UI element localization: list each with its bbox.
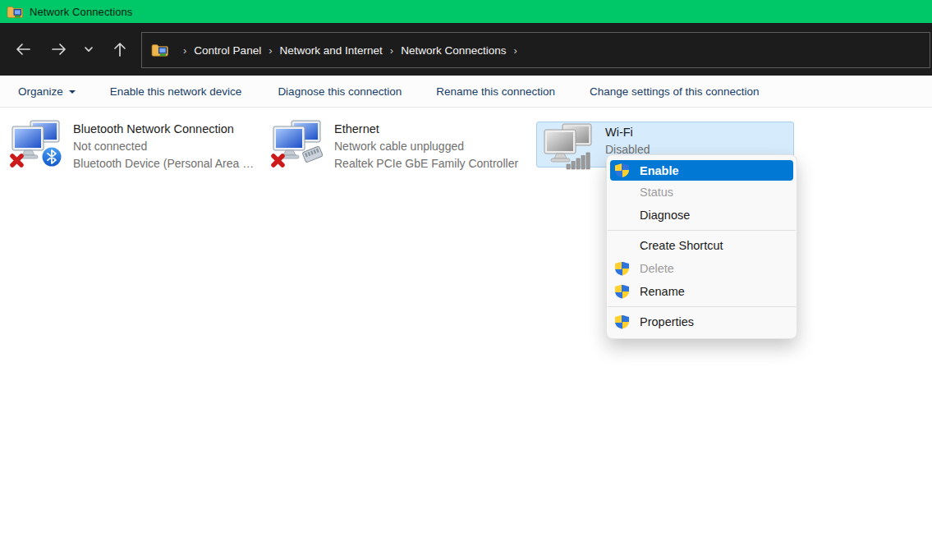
- navigation-bar: › Control Panel › Network and Internet ›…: [0, 23, 932, 76]
- window-title: Network Connections: [30, 6, 132, 18]
- connection-info: Bluetooth Network Connection Not connect…: [73, 120, 254, 172]
- menu-item-create-shortcut[interactable]: Create Shortcut: [610, 234, 793, 257]
- breadcrumb-network-and-internet[interactable]: Network and Internet: [280, 44, 383, 57]
- uac-shield-icon: [615, 285, 640, 299]
- connection-name: Wi-Fi: [605, 124, 650, 141]
- connection-info: Ethernet Network cable unplugged Realtek…: [334, 120, 518, 172]
- window-titlebar: Network Connections: [0, 0, 932, 23]
- forward-button[interactable]: [43, 33, 76, 66]
- menu-item-label: Create Shortcut: [640, 239, 723, 252]
- connection-status: Network cable unplugged: [334, 138, 518, 155]
- connection-item-bluetooth[interactable]: Bluetooth Network Connection Not connect…: [10, 120, 266, 172]
- bluetooth-connection-icon: [10, 120, 62, 168]
- breadcrumb-separator: ›: [183, 44, 186, 57]
- uac-shield-icon: [615, 163, 640, 177]
- back-arrow-icon: [13, 39, 33, 59]
- dropdown-arrow-icon: [69, 90, 76, 94]
- breadcrumb-separator: ›: [390, 44, 393, 57]
- network-folder-icon[interactable]: [151, 43, 168, 57]
- connection-device: Realtek PCIe GbE Family Controller: [334, 155, 518, 172]
- organize-menu-button[interactable]: Organize: [18, 85, 76, 98]
- menu-item-label: Diagnose: [640, 209, 690, 222]
- enable-device-button[interactable]: Enable this network device: [110, 85, 242, 98]
- command-toolbar: Organize Enable this network device Diag…: [0, 76, 932, 108]
- connection-device: Bluetooth Device (Personal Area …: [73, 155, 254, 172]
- breadcrumb-separator: ›: [269, 44, 272, 57]
- recent-locations-button[interactable]: [77, 33, 100, 66]
- connection-status: Not connected: [73, 138, 254, 155]
- network-folder-icon: [7, 5, 23, 19]
- menu-separator: [608, 306, 796, 307]
- connections-list: Bluetooth Network Connection Not connect…: [0, 108, 932, 560]
- up-button[interactable]: [103, 33, 136, 66]
- ethernet-connection-icon: [271, 120, 324, 168]
- menu-item-label: Rename: [640, 285, 685, 298]
- diagnose-connection-button[interactable]: Diagnose this connection: [278, 85, 402, 98]
- connection-item-ethernet[interactable]: Ethernet Network cable unplugged Realtek…: [271, 120, 527, 172]
- menu-item-label: Status: [640, 186, 673, 199]
- breadcrumb-control-panel[interactable]: Control Panel: [194, 44, 261, 57]
- connection-name: Bluetooth Network Connection: [73, 121, 254, 138]
- menu-item-diagnose[interactable]: Diagnose: [610, 204, 793, 227]
- address-bar[interactable]: › Control Panel › Network and Internet ›…: [141, 32, 930, 68]
- breadcrumb-network-connections[interactable]: Network Connections: [401, 44, 506, 57]
- connection-name: Ethernet: [334, 121, 518, 138]
- organize-label: Organize: [18, 85, 63, 98]
- chevron-down-icon: [84, 44, 94, 54]
- menu-item-status[interactable]: Status: [610, 181, 793, 204]
- up-arrow-icon: [110, 39, 130, 59]
- menu-item-label: Enable: [640, 164, 679, 177]
- context-menu: Enable Status Diagnose Create Shortcut D…: [606, 154, 797, 339]
- uac-shield-icon: [615, 315, 640, 329]
- menu-item-properties[interactable]: Properties: [610, 310, 793, 333]
- forward-arrow-icon: [49, 39, 69, 59]
- menu-separator: [608, 230, 796, 231]
- wifi-connection-icon: [542, 123, 595, 171]
- change-settings-button[interactable]: Change settings of this connection: [590, 85, 759, 98]
- rename-connection-button[interactable]: Rename this connection: [436, 85, 555, 98]
- breadcrumb-trailing-separator[interactable]: ›: [513, 44, 517, 57]
- menu-item-rename[interactable]: Rename: [610, 280, 793, 303]
- menu-item-delete[interactable]: Delete: [610, 257, 793, 280]
- uac-shield-icon: [615, 262, 640, 276]
- back-button[interactable]: [7, 33, 39, 66]
- menu-item-label: Properties: [640, 315, 694, 328]
- menu-item-label: Delete: [640, 262, 674, 275]
- menu-item-enable[interactable]: Enable: [610, 160, 793, 181]
